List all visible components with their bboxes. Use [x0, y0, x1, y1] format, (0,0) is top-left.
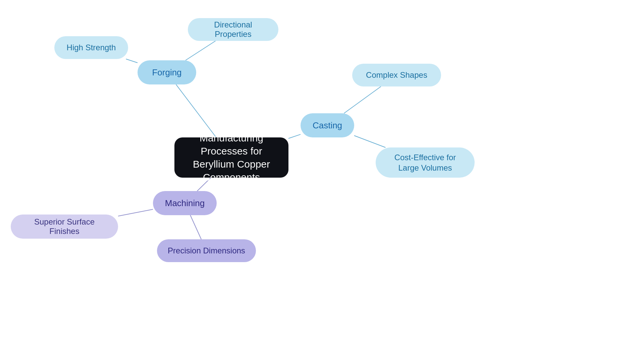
high-strength-node: High Strength	[54, 36, 128, 59]
forging-node: Forging	[138, 60, 196, 84]
superior-surface-node: Superior Surface Finishes	[11, 215, 118, 239]
complex-shapes-node: Complex Shapes	[352, 64, 441, 86]
svg-line-2	[126, 59, 138, 63]
svg-line-0	[176, 84, 216, 137]
machining-node: Machining	[153, 191, 217, 215]
svg-line-7	[118, 209, 153, 216]
svg-line-3	[288, 134, 301, 138]
directional-properties-node: Directional Properties	[188, 18, 278, 41]
svg-line-8	[190, 215, 201, 239]
svg-line-1	[185, 41, 215, 60]
precision-dimensions-node: Precision Dimensions	[157, 239, 256, 262]
svg-line-4	[344, 86, 381, 113]
center-node: Manufacturing Processes for Beryllium Co…	[174, 137, 288, 178]
svg-line-5	[354, 135, 385, 147]
cost-effective-node: Cost-Effective for Large Volumes	[376, 147, 475, 178]
casting-node: Casting	[301, 113, 354, 137]
